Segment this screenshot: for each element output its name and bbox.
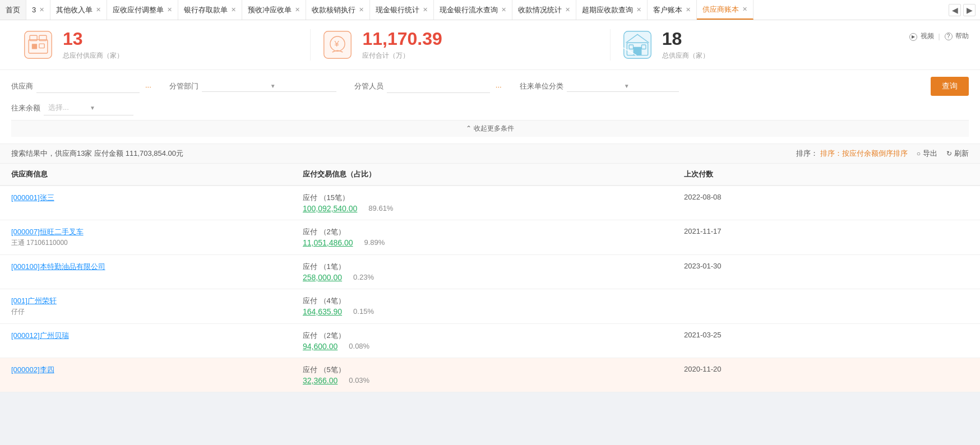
link-divider: |: [939, 33, 940, 40]
collapse-button[interactable]: 收起更多条件: [466, 124, 514, 132]
pay-type-4: 应付 （4笔）: [303, 296, 684, 306]
close-icon-tab3[interactable]: ✕: [39, 6, 44, 13]
close-icon-bank-deposit[interactable]: ✕: [231, 6, 236, 13]
nav-item-supplier-ledger[interactable]: 供应商账本 ✕: [697, 0, 754, 20]
supplier-info-4: [001]广州荣轩 仔仔: [11, 296, 303, 317]
nav-item-cash-bank-flow-label: 现金银行流水查询: [440, 5, 498, 15]
sort-select[interactable]: 排序：按应付余额倒序排序: [820, 149, 908, 157]
nav-left-arrow[interactable]: ◀: [949, 4, 961, 16]
query-button[interactable]: 查询: [931, 77, 969, 96]
nav-item-receipt-stat-label: 收款情况统计: [518, 5, 562, 15]
nav-item-cash-bank-flow[interactable]: 现金银行流水查询 ✕: [434, 0, 512, 20]
transaction-info-3: 应付 （1笔） 258,000.00 0.23%: [303, 262, 684, 282]
nav-item-cash-bank-stat-label: 现金银行统计: [376, 5, 419, 15]
refresh-button[interactable]: ↻ 刷新: [946, 149, 969, 159]
pct-2: 9.89%: [364, 238, 385, 247]
supplier-filter-dots[interactable]: ···: [145, 82, 151, 91]
balance-filter-label: 往来余额: [11, 103, 40, 113]
filter-balance: 往来余额 选择... ▼: [11, 100, 133, 115]
close-icon-overdue-ar[interactable]: ✕: [636, 6, 641, 13]
amount-link-2[interactable]: 11,051,486.00: [303, 238, 353, 247]
close-icon-receipt-stat[interactable]: ✕: [565, 6, 570, 13]
nav-item-overdue-ar[interactable]: 超期应收款查询 ✕: [576, 0, 648, 20]
top-navigation: 首页 3 ✕ 其他收入单 ✕ 应收应付调整单 ✕ 银行存取款单 ✕ 预收冲应收单…: [0, 0, 980, 20]
supplier-link-4[interactable]: [001]广州荣轩: [11, 296, 57, 305]
card3-number: 18: [662, 29, 898, 49]
person-filter-dots[interactable]: ···: [496, 82, 502, 91]
help-icon: ?: [945, 33, 953, 40]
amount-icon: ¥: [322, 29, 353, 61]
table-row: [000002]李四 应付 （5笔） 32,366.00 0.03% 2020-…: [0, 358, 980, 392]
card2-number: 11,170.39: [362, 29, 598, 49]
nav-item-cash-bank-stat[interactable]: 现金银行统计 ✕: [370, 0, 434, 20]
svg-rect-2: [32, 44, 37, 49]
card2-content: 11,170.39 应付合计（万）: [362, 29, 598, 61]
svg-text:¥: ¥: [334, 39, 340, 48]
balance-filter-placeholder: 选择...: [48, 103, 87, 113]
dept-filter-select[interactable]: ▼: [202, 81, 336, 92]
transaction-info-4: 应付 （4笔） 164,635.90 0.15%: [303, 296, 684, 316]
amount-link-6[interactable]: 32,366.00: [303, 376, 338, 385]
nav-item-receipt-verify-label: 收款核销执行: [312, 5, 355, 15]
nav-item-other-income-label: 其他收入单: [56, 5, 93, 15]
close-icon-ar-ap-adjust[interactable]: ✕: [167, 6, 172, 13]
nav-item-tab3[interactable]: 3 ✕: [26, 0, 50, 20]
help-link[interactable]: ? 帮助: [945, 31, 969, 41]
supplier-link-5[interactable]: [000012]广州贝瑞: [11, 331, 69, 340]
nav-item-bank-deposit-label: 银行存取款单: [184, 5, 228, 15]
last-pay-5: 2021-03-25: [684, 331, 969, 339]
balance-dropdown-icon: ▼: [90, 105, 129, 111]
close-icon-cash-bank-flow[interactable]: ✕: [501, 6, 506, 13]
pct-3: 0.23%: [353, 273, 374, 281]
close-icon-prepay-offset[interactable]: ✕: [295, 6, 300, 13]
supplier-link-6[interactable]: [000002]李四: [11, 365, 54, 374]
result-actions: 排序： 排序：按应付余额倒序排序 ○ 导出 ↻ 刷新: [796, 149, 969, 159]
supplier-info-1: [000001]张三: [11, 193, 303, 203]
close-icon-supplier-ledger[interactable]: ✕: [742, 6, 747, 13]
video-link[interactable]: ▶ 视频: [909, 31, 933, 41]
summary-card-ap-amount: ¥ 11,170.39 应付合计（万）: [310, 29, 609, 61]
table-row: [000001]张三 应付 （15笔） 100,092,540.00 89.61…: [0, 186, 980, 220]
last-pay-3: 2023-01-30: [684, 262, 969, 270]
supplier-link-1[interactable]: [000001]张三: [11, 193, 54, 202]
supplier-link-3[interactable]: [000100]本特勤油品有限公司: [11, 262, 105, 271]
close-icon-receipt-verify[interactable]: ✕: [359, 6, 364, 13]
supplier-filter-label: 供应商: [11, 81, 33, 91]
card1-number: 13: [63, 29, 299, 49]
card2-label: 应付合计（万）: [362, 51, 598, 61]
amount-link-5[interactable]: 94,600.00: [303, 342, 338, 351]
dept-filter-label: 分管部门: [169, 81, 198, 91]
pay-type-2: 应付 （2笔）: [303, 227, 684, 237]
nav-right-arrow[interactable]: ▶: [963, 4, 976, 16]
nav-item-ar-ap-adjust[interactable]: 应收应付调整单 ✕: [107, 0, 178, 20]
supplier-link-2[interactable]: [000007]恒旺二手叉车: [11, 228, 84, 236]
store-icon: [622, 29, 653, 61]
close-icon-customer-ledger[interactable]: ✕: [686, 6, 691, 13]
nav-item-ar-ap-adjust-label: 应收应付调整单: [113, 5, 164, 15]
export-button[interactable]: ○ 导出: [917, 149, 937, 159]
nav-item-other-income[interactable]: 其他收入单 ✕: [50, 0, 107, 20]
nav-item-receipt-stat[interactable]: 收款情况统计 ✕: [512, 0, 576, 20]
category-filter-select[interactable]: ▼: [567, 81, 679, 92]
nav-item-receipt-verify[interactable]: 收款核销执行 ✕: [306, 0, 370, 20]
amount-link-1[interactable]: 100,092,540.00: [303, 204, 357, 213]
pay-type-6: 应付 （5笔）: [303, 365, 684, 375]
balance-filter-select[interactable]: 选择... ▼: [44, 100, 133, 115]
nav-item-customer-ledger[interactable]: 客户账本 ✕: [648, 0, 697, 20]
person-filter-input[interactable]: [387, 80, 490, 93]
close-icon-other-income[interactable]: ✕: [96, 6, 101, 13]
nav-item-prepay-offset-label: 预收冲应收单: [248, 5, 292, 15]
amount-link-4[interactable]: 164,635.90: [303, 307, 342, 316]
close-icon-cash-bank-stat[interactable]: ✕: [423, 6, 428, 13]
amount-link-3[interactable]: 258,000.00: [303, 273, 342, 282]
dept-dropdown-icon: ▼: [270, 83, 332, 89]
nav-arrows: ◀ ▶: [944, 4, 980, 16]
refresh-icon: ↻: [946, 150, 952, 157]
nav-item-bank-deposit[interactable]: 银行存取款单 ✕: [178, 0, 242, 20]
supplier-filter-input[interactable]: [36, 80, 140, 93]
transaction-info-1: 应付 （15笔） 100,092,540.00 89.61%: [303, 193, 684, 213]
result-text: 搜索结果中，供应商13家 应付金额 111,703,854.00元: [11, 149, 183, 159]
nav-item-home[interactable]: 首页: [0, 0, 26, 20]
category-filter-label: 往来单位分类: [520, 81, 563, 91]
nav-item-prepay-offset[interactable]: 预收冲应收单 ✕: [242, 0, 306, 20]
